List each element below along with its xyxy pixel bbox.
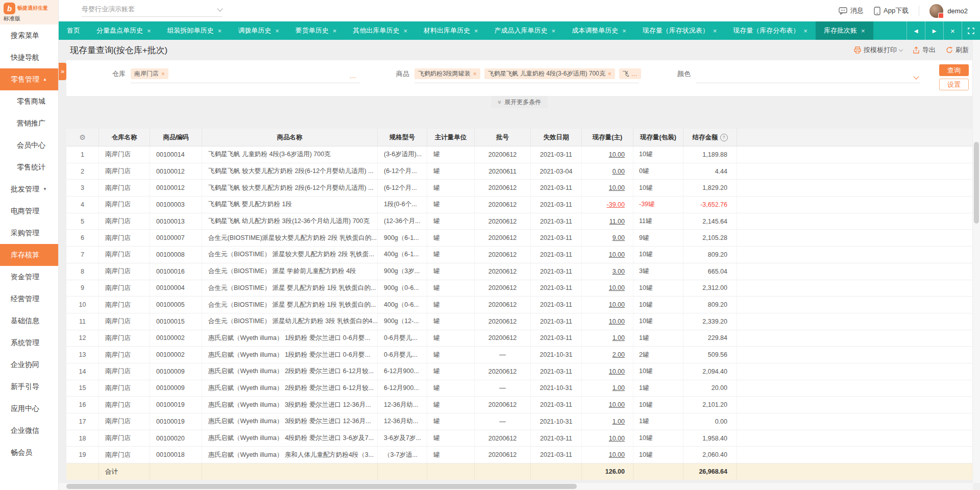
sidebar-item[interactable]: 零售商城	[0, 90, 58, 112]
sidebar-item[interactable]: 库存核算	[0, 244, 58, 266]
qty-main-link[interactable]: 10.00	[609, 401, 625, 408]
warehouse-field[interactable]: 南岸门店 × …	[131, 68, 360, 83]
sidebar-item[interactable]: 搜索菜单	[0, 24, 58, 46]
table-row[interactable]: 11南岸门店00100015合生元（BIOSTIME） 派星幼儿配方奶粉 3段 …	[66, 313, 973, 330]
table-row[interactable]: 15南岸门店00100009惠氏启赋（Wyeth illuma） 2段奶粉 爱尔…	[66, 380, 973, 397]
tab-close-icon[interactable]: ×	[861, 27, 865, 35]
qty-main-link[interactable]: 10.00	[609, 318, 625, 325]
sidebar-item[interactable]: 批发管理▼	[0, 178, 58, 200]
sidebar-item[interactable]: 采购管理	[0, 222, 58, 244]
column-header-expiry[interactable]: 失效日期	[531, 129, 582, 146]
print-by-template-button[interactable]: 按模板打印	[854, 45, 902, 55]
tab-close-icon[interactable]: ×	[218, 27, 222, 35]
horizontal-scrollbar-thumb[interactable]	[66, 484, 577, 489]
table-row[interactable]: 12南岸门店00100002惠氏启赋（Wyeth illuma） 1段奶粉 爱尔…	[66, 330, 973, 347]
user-menu[interactable]: demo2	[929, 4, 968, 18]
tab-close-icon[interactable]: ×	[147, 27, 151, 35]
tab[interactable]: 其他出库单历史×	[345, 21, 415, 40]
close-all-tabs-button[interactable]: ×	[943, 21, 962, 40]
column-header-spec[interactable]: 规格型号	[378, 129, 427, 146]
qty-main-link[interactable]: 1.00	[612, 384, 625, 391]
qty-main-link[interactable]: 10.00	[609, 435, 625, 442]
horizontal-scrollbar[interactable]	[59, 482, 973, 490]
tab[interactable]: 产成品入库单历史×	[486, 21, 564, 40]
sidebar-item[interactable]: 零售管理▲	[0, 68, 58, 90]
sidebar-item[interactable]: 企业协同	[0, 354, 58, 376]
remove-tag-icon[interactable]: ×	[473, 70, 477, 78]
sidebar-item[interactable]: 系统管理	[0, 332, 58, 354]
table-row[interactable]: 9南岸门店00100004合生元（BIOSTIME） 派星 婴儿配方奶粉 1段 …	[66, 280, 973, 297]
qty-main-link[interactable]: 10.00	[609, 251, 625, 258]
sidebar-item[interactable]: 电商管理	[0, 200, 58, 222]
remove-tag-icon[interactable]: ×	[161, 70, 165, 78]
table-row[interactable]: 5南岸门店00100013飞鹤星飞帆 幼儿配方奶粉 3段(12-36个月幼儿适用…	[66, 213, 973, 230]
account-selector[interactable]: 母婴行业演示账套	[82, 5, 222, 17]
expand-more-conditions-button[interactable]: » 展开更多条件	[492, 96, 548, 108]
messages-button[interactable]: 消息	[839, 6, 864, 15]
query-button[interactable]: 查询	[939, 64, 969, 76]
tab-close-icon[interactable]: ×	[333, 27, 337, 35]
column-header-name[interactable]: 商品名称	[202, 129, 378, 146]
tab[interactable]: 首页	[59, 21, 88, 40]
table-row[interactable]: 14南岸门店00100009惠氏启赋（Wyeth illuma） 2段奶粉 爱尔…	[66, 363, 973, 380]
settings-button[interactable]: 设置	[939, 79, 969, 90]
qty-main-link[interactable]: 1.00	[612, 418, 625, 425]
qty-main-link[interactable]: 11.00	[609, 218, 625, 225]
sidebar-item[interactable]: 企业微信	[0, 420, 58, 442]
qty-main-link[interactable]: -39.00	[607, 201, 625, 208]
qty-main-link[interactable]: 10.00	[609, 284, 625, 291]
table-row[interactable]: 18南岸门店00100020惠氏启赋（Wyeth illuma） 4段奶粉 爱尔…	[66, 430, 973, 447]
sidebar-item[interactable]: 新手引导	[0, 376, 58, 398]
tab[interactable]: 库存批次账×	[816, 21, 873, 40]
sidebar-item[interactable]: 快捷导航	[0, 46, 58, 68]
tab-close-icon[interactable]: ×	[403, 27, 407, 35]
vertical-scrollbar[interactable]	[972, 40, 980, 483]
more-options-icon[interactable]: …	[631, 70, 638, 78]
column-header-warehouse[interactable]: 仓库名称	[99, 129, 150, 146]
tab[interactable]: 分量盘点单历史×	[88, 21, 159, 40]
qty-main-link[interactable]: 2.00	[612, 351, 625, 358]
qty-main-link[interactable]: 10.00	[609, 151, 625, 158]
sidebar-item[interactable]: 资金管理	[0, 266, 58, 288]
sidebar-item[interactable]: 应用中心	[0, 398, 58, 420]
collapse-filter-button[interactable]: »	[59, 63, 66, 80]
help-icon[interactable]: ?	[720, 134, 728, 141]
column-header-code[interactable]: 商品编码	[150, 129, 202, 146]
more-options-icon[interactable]: …	[350, 72, 357, 80]
table-row[interactable]: 8南岸门店00100016合生元（BIOSTIME） 派星 学龄前儿童配方奶粉 …	[66, 263, 973, 280]
color-field[interactable]	[696, 68, 920, 83]
app-download-button[interactable]: App下载	[874, 6, 909, 15]
sidebar-item[interactable]: 零售统计	[0, 156, 58, 178]
sidebar-item[interactable]: 会员中心	[0, 134, 58, 156]
tab[interactable]: 现存量（库存分布表）×	[725, 21, 816, 40]
column-header-unit[interactable]: 主计量单位	[427, 129, 475, 146]
qty-main-link[interactable]: 3.00	[612, 268, 625, 275]
sidebar-item[interactable]: 营销推广	[0, 112, 58, 134]
column-header-amount[interactable]: 结存金额 ?	[683, 129, 737, 146]
qty-main-link[interactable]: 1.00	[612, 334, 625, 341]
qty-main-link[interactable]: 10.00	[609, 368, 625, 375]
tab-close-icon[interactable]: ×	[474, 27, 478, 35]
table-row[interactable]: 1南岸门店00100014飞鹤星飞帆 儿童奶粉 4段(3-6岁适用) 700克(…	[66, 146, 973, 163]
export-button[interactable]: 导出	[913, 45, 936, 55]
qty-main-link[interactable]: 10.00	[609, 451, 625, 458]
tab-close-icon[interactable]: ×	[713, 27, 717, 35]
qty-main-link[interactable]: 0.00	[612, 168, 625, 175]
sidebar-item[interactable]: 畅会员	[0, 442, 58, 463]
column-header-batch[interactable]: 批号	[475, 129, 531, 146]
tabs-scroll-left-button[interactable]: ◀	[906, 21, 925, 40]
column-settings-button[interactable]: ⚙	[66, 129, 99, 146]
table-row[interactable]: 16南岸门店00100019惠氏启赋（Wyeth illuma） 3段奶粉 爱尔…	[66, 397, 973, 413]
fullscreen-button[interactable]	[962, 21, 980, 40]
tabs-scroll-right-button[interactable]: ▶	[925, 21, 943, 40]
tab-close-icon[interactable]: ×	[622, 27, 626, 35]
tab[interactable]: 现存量（库存状况表）×	[634, 21, 725, 40]
tab[interactable]: 材料出库单历史×	[415, 21, 486, 40]
table-row[interactable]: 2南岸门店00100012飞鹤星飞帆 较大婴儿配方奶粉 2段(6-12个月婴幼儿…	[66, 163, 973, 180]
tab[interactable]: 调拨单历史×	[230, 21, 287, 40]
tab-close-icon[interactable]: ×	[552, 27, 556, 35]
tab[interactable]: 要货单历史×	[287, 21, 345, 40]
table-row[interactable]: 7南岸门店00100008合生元（BIOSTIME） 派星较大婴儿配方奶粉 2段…	[66, 247, 973, 263]
table-row[interactable]: 6南岸门店00100007合生元(BIOSTIME)派星较大婴儿配方奶粉 2段 …	[66, 230, 973, 247]
table-row[interactable]: 17南岸门店00100019惠氏启赋（Wyeth illuma） 3段奶粉 爱尔…	[66, 413, 973, 430]
